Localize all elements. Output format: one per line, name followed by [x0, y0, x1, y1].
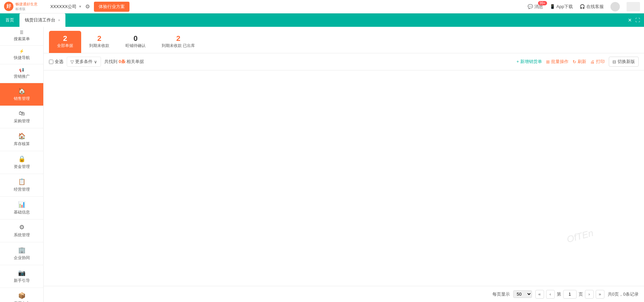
select-all-checkbox[interactable]: 全选	[49, 59, 63, 65]
stats-tabs: 2 全部单据 2 到期未收款 0 旺铺待确认 2 到期未收款 已出库	[44, 27, 644, 53]
switch-version-button[interactable]: ⊟ 切换新版	[609, 57, 639, 67]
filter-button[interactable]: ▽ 更多条件 ∨	[67, 57, 101, 67]
stat-pending-count: 0	[125, 34, 146, 43]
quicknav-icon: ⚡	[19, 49, 24, 54]
marketing-icon: 📢	[19, 68, 24, 72]
nav-tabs: 首页 钱货日清工作台 × ✕ ⛶	[0, 13, 644, 27]
app-name: 畅捷通好生意	[15, 2, 38, 6]
page-size-select[interactable]: 50 100 200	[513, 290, 532, 298]
found-text: 共找到 0条 相关单据	[104, 59, 144, 65]
switch-icon: ⊟	[612, 59, 616, 64]
stat-all-count: 2	[57, 34, 73, 43]
logo-area: 好 畅捷通好生意 标准版	[4, 2, 48, 11]
app-download-icon: 📱	[550, 4, 555, 9]
sidebar-item-guide[interactable]: 📷 新手引导	[0, 265, 43, 288]
pagination-footer: 每页显示 50 100 200 « ‹ 第 页 › » 共0页，0条记录	[44, 286, 644, 302]
guide-icon: 📷	[18, 269, 25, 277]
refresh-button[interactable]: ↻ 刷新	[573, 59, 586, 65]
batch-icon: ⊞	[546, 59, 550, 64]
stat-overdue-label: 到期未收款	[89, 43, 109, 48]
sidebar-item-finance[interactable]: 🔒 资金管理	[0, 151, 43, 174]
expand-icon[interactable]: ⛶	[635, 17, 640, 23]
sidebar-item-operations[interactable]: 📋 经营管理	[0, 174, 43, 197]
total-info: 共0页，0条记录	[608, 291, 639, 297]
sales-icon: 🏠	[18, 87, 25, 95]
sidebar-item-apps[interactable]: 📦 应用中心	[0, 288, 43, 302]
stat-overdue-count: 2	[89, 34, 109, 43]
top-header: 好 畅捷通好生意 标准版 XXXXXX公司 ▼ ⚙ 体验行业方案 💬 消息 99…	[0, 0, 644, 13]
toolbar-right: + 新增销货单 ⊞ 批量操作 ↻ 刷新 🖨 打印 ⊟ 切换新版	[517, 57, 639, 67]
headset-icon: 🎧	[580, 4, 585, 9]
inventory-icon: 🏠	[18, 132, 25, 140]
filter-icon: ▽	[70, 59, 74, 64]
sidebar-item-search[interactable]: ☰ 搜索菜单	[0, 27, 43, 46]
message-badge: 99+	[538, 1, 547, 5]
header-right: 💬 消息 99+ 📱 App下载 🎧 在线客服	[528, 2, 640, 11]
found-count: 0条	[119, 59, 125, 64]
print-button[interactable]: 🖨 打印	[590, 59, 605, 65]
basic-info-icon: 📊	[18, 201, 25, 208]
operations-icon: 📋	[18, 178, 25, 185]
minimize-icon[interactable]: ✕	[628, 17, 632, 23]
chevron-down-icon: ▼	[78, 5, 82, 8]
message-button[interactable]: 💬 消息 99+	[528, 4, 543, 10]
sidebar-item-inventory[interactable]: 🏠 库存核算	[0, 128, 43, 151]
sidebar-item-marketing[interactable]: 📢 营销推广	[0, 64, 43, 83]
batch-op-button[interactable]: ⊞ 批量操作	[546, 59, 569, 65]
first-page-button[interactable]: «	[535, 290, 544, 299]
message-icon: 💬	[528, 4, 533, 9]
purchase-icon: 🛍	[19, 110, 25, 117]
sidebar-item-quicknav[interactable]: ⚡ 快捷导航	[0, 46, 43, 64]
stat-all-label: 全部单据	[57, 43, 73, 48]
page-suffix: 页	[579, 291, 583, 297]
stat-shipped-label: 到期未收款 已出库	[162, 43, 195, 48]
company-name: XXXXXX公司	[50, 4, 76, 10]
table-area	[44, 70, 644, 286]
app-download-button[interactable]: 📱 App下载	[550, 4, 573, 10]
settings-icon[interactable]: ⚙	[85, 3, 90, 10]
sidebar-item-enterprise[interactable]: 🏢 企业协同	[0, 242, 43, 265]
toolbar: 全选 ▽ 更多条件 ∨ 共找到 0条 相关单据 + 新增销货单 ⊞ 批量操作	[44, 53, 644, 70]
search-menu-icon: ☰	[20, 30, 23, 35]
finance-icon: 🔒	[18, 155, 25, 163]
stat-tab-all[interactable]: 2 全部单据	[49, 31, 81, 53]
tab-home[interactable]: 首页	[0, 13, 19, 27]
filter-chevron: ∨	[94, 59, 97, 64]
new-sale-button[interactable]: + 新增销货单	[517, 59, 542, 65]
nav-tab-actions: ✕ ⛶	[628, 17, 644, 23]
content-area: 2 全部单据 2 到期未收款 0 旺铺待确认 2 到期未收款 已出库 全选	[44, 27, 644, 302]
page-label: 第	[557, 291, 561, 297]
stat-pending-label: 旺铺待确认	[125, 43, 146, 48]
sidebar-item-system[interactable]: ⚙ 系统管理	[0, 220, 43, 242]
page-number-input[interactable]	[563, 290, 577, 299]
sidebar-item-basic-info[interactable]: 📊 基础信息	[0, 197, 43, 220]
last-page-button[interactable]: »	[596, 290, 604, 299]
stat-tab-shipped[interactable]: 2 到期未收款 已出库	[154, 31, 203, 53]
checkbox-input[interactable]	[49, 60, 53, 64]
avatar[interactable]	[610, 2, 620, 11]
sidebar-item-sales[interactable]: 🏠 销售管理	[0, 83, 43, 106]
company-selector[interactable]: XXXXXX公司 ▼	[50, 4, 82, 10]
sidebar: ☰ 搜索菜单 ⚡ 快捷导航 📢 营销推广 🏠 销售管理 🛍 采购管理 🏠 库存核…	[0, 27, 44, 302]
refresh-icon: ↻	[573, 59, 576, 64]
page-nav: « ‹ 第 页 › »	[535, 290, 604, 299]
tab-active[interactable]: 钱货日清工作台 ×	[19, 13, 65, 27]
trial-button[interactable]: 体验行业方案	[94, 2, 129, 12]
select-all-label: 全选	[55, 59, 63, 65]
stat-tab-overdue[interactable]: 2 到期未收款	[81, 31, 117, 53]
app-version: 标准版	[15, 7, 38, 11]
stat-shipped-count: 2	[162, 34, 195, 43]
user-menu[interactable]	[627, 2, 640, 11]
prev-page-button[interactable]: ‹	[546, 290, 555, 299]
sidebar-item-purchase[interactable]: 🛍 采购管理	[0, 106, 43, 128]
online-service-button[interactable]: 🎧 在线客服	[580, 4, 604, 10]
page-size-label: 每页显示	[492, 291, 510, 297]
toolbar-left: 全选 ▽ 更多条件 ∨ 共找到 0条 相关单据	[49, 57, 513, 67]
next-page-button[interactable]: ›	[585, 290, 594, 299]
print-icon: 🖨	[590, 59, 595, 64]
stat-tab-pending[interactable]: 0 旺铺待确认	[117, 31, 154, 53]
main-layout: ☰ 搜索菜单 ⚡ 快捷导航 📢 营销推广 🏠 销售管理 🛍 采购管理 🏠 库存核…	[0, 27, 644, 302]
apps-icon: 📦	[18, 292, 25, 299]
system-icon: ⚙	[19, 224, 24, 231]
tab-close-icon[interactable]: ×	[58, 18, 60, 22]
